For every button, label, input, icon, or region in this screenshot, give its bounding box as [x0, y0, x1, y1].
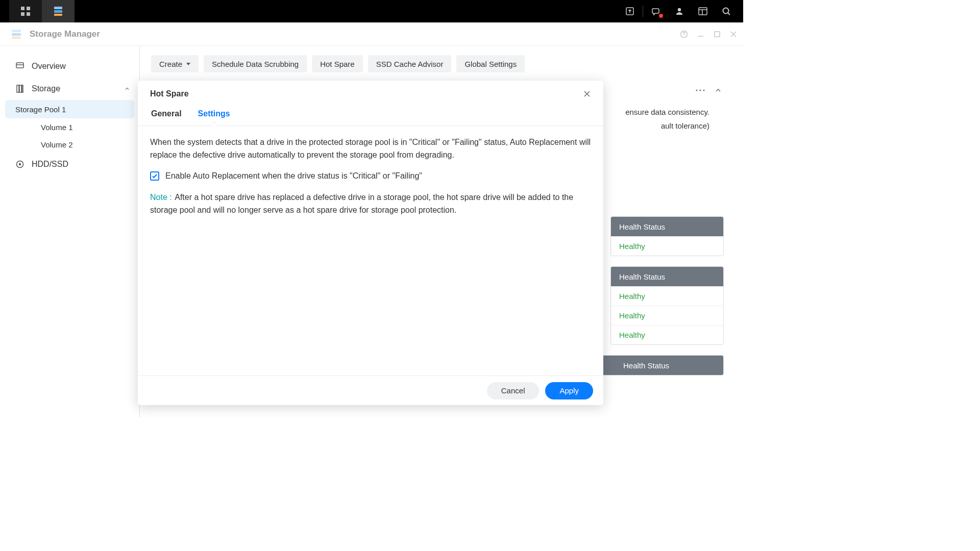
svg-line-13 — [728, 13, 730, 15]
sidebar: Overview Storage Storage Pool 1 Volume 1… — [0, 46, 140, 418]
sidebar-label: Volume 1 — [41, 123, 73, 132]
cancel-button[interactable]: Cancel — [487, 382, 540, 399]
svg-point-8 — [678, 8, 681, 11]
sidebar-label: HDD/SSD — [32, 160, 68, 169]
hot-spare-button[interactable]: Hot Spare — [312, 55, 363, 72]
sidebar-item-storage[interactable]: Storage — [0, 78, 139, 100]
svg-rect-14 — [12, 30, 21, 32]
ssd-cache-advisor-button[interactable]: SSD Cache Advisor — [368, 55, 452, 72]
overview-icon — [15, 62, 24, 71]
sidebar-item-storage-pool-1[interactable]: Storage Pool 1 — [5, 100, 134, 118]
button-label: Create — [159, 60, 182, 68]
modal-tabs: General Settings — [138, 107, 603, 126]
drive-table-2: Health Status Healthy Healthy Healthy — [610, 266, 724, 345]
taskbar-user-icon[interactable] — [668, 0, 691, 22]
tab-settings[interactable]: Settings — [197, 107, 231, 126]
sidebar-label: Storage — [32, 84, 60, 93]
checkbox-label: Enable Auto Replacement when the drive s… — [165, 170, 422, 183]
cell-health: Healthy — [611, 292, 723, 300]
cell-health: Healthy — [611, 311, 723, 320]
svg-point-31 — [703, 89, 704, 91]
taskbar-search-icon[interactable] — [715, 0, 738, 22]
notification-badge — [659, 14, 663, 18]
window-titlebar: Storage Manager — [0, 22, 743, 46]
th-health: Health Status — [611, 272, 723, 281]
svg-rect-26 — [22, 85, 23, 92]
svg-rect-15 — [12, 33, 21, 36]
disk-icon — [15, 160, 24, 169]
svg-rect-19 — [715, 32, 720, 37]
note-text: After a hot spare drive has replaced a d… — [150, 193, 573, 214]
sidebar-label: Volume 2 — [41, 140, 73, 149]
svg-rect-3 — [27, 12, 30, 16]
content-toolbar: Create Schedule Data Scrubbing Hot Spare… — [151, 55, 730, 72]
taskbar-spacer — [0, 0, 9, 22]
search-icon — [721, 6, 731, 16]
taskbar-upload-icon[interactable] — [618, 0, 642, 22]
close-icon — [583, 90, 591, 98]
svg-point-29 — [696, 89, 697, 91]
system-taskbar — [0, 0, 743, 22]
svg-point-30 — [699, 89, 701, 91]
auto-replacement-checkbox[interactable] — [150, 171, 159, 181]
svg-point-28 — [19, 164, 21, 165]
sidebar-item-hdd-ssd[interactable]: HDD/SSD — [0, 153, 139, 176]
cell-health: Healthy — [611, 331, 723, 339]
th-health: Health Status — [615, 361, 723, 370]
tab-general[interactable]: General — [150, 107, 183, 126]
help-icon[interactable] — [680, 30, 688, 38]
minimize-icon[interactable] — [697, 31, 704, 38]
svg-rect-6 — [54, 14, 62, 16]
modal-note: Note : After a hot spare drive has repla… — [150, 191, 591, 217]
svg-rect-0 — [21, 7, 24, 10]
modal-description: When the system detects that a drive in … — [150, 136, 591, 162]
taskbar-launcher[interactable] — [9, 0, 42, 22]
sidebar-label: Overview — [32, 62, 66, 71]
cell-health: Healthy — [611, 242, 723, 251]
grid-icon — [20, 6, 31, 16]
note-label: Note : — [150, 193, 172, 202]
create-button[interactable]: Create — [151, 55, 199, 72]
taskbar-widgets-icon[interactable] — [691, 0, 715, 22]
chevron-up-icon[interactable] — [715, 87, 722, 94]
chevron-up-icon — [124, 86, 130, 92]
window-title: Storage Manager — [30, 29, 100, 39]
close-icon[interactable] — [730, 31, 737, 38]
hot-spare-modal: Hot Spare General Settings When the syst… — [138, 81, 603, 405]
taskbar-divider — [643, 6, 643, 17]
global-settings-button[interactable]: Global Settings — [456, 55, 525, 72]
apply-button[interactable]: Apply — [545, 382, 593, 399]
app-icon — [10, 28, 22, 40]
check-icon — [152, 173, 158, 179]
sidebar-item-overview[interactable]: Overview — [0, 55, 139, 78]
modal-title: Hot Spare — [150, 89, 189, 98]
svg-rect-1 — [27, 7, 30, 10]
maximize-icon[interactable] — [714, 31, 721, 38]
svg-point-12 — [723, 8, 729, 14]
schedule-scrubbing-button[interactable]: Schedule Data Scrubbing — [204, 55, 307, 72]
svg-rect-24 — [17, 85, 19, 92]
th-health: Health Status — [611, 222, 723, 231]
sidebar-item-volume-1[interactable]: Volume 1 — [0, 118, 139, 136]
svg-rect-25 — [19, 85, 21, 92]
taskbar-app-storage-manager[interactable] — [42, 0, 75, 22]
drive-table-1: Health Status Healthy — [610, 216, 724, 256]
svg-rect-5 — [54, 10, 62, 13]
window-controls — [680, 30, 737, 38]
svg-rect-2 — [21, 12, 24, 16]
storage-manager-icon — [53, 6, 64, 17]
svg-rect-22 — [16, 63, 23, 68]
upload-icon — [625, 6, 635, 16]
modal-close-button[interactable] — [583, 90, 591, 98]
svg-rect-16 — [12, 37, 21, 39]
more-icon[interactable] — [695, 89, 705, 92]
storage-icon — [15, 84, 24, 93]
user-icon — [674, 6, 684, 16]
taskbar-chat-icon[interactable] — [644, 0, 668, 22]
svg-rect-9 — [699, 8, 707, 15]
sidebar-item-volume-2[interactable]: Volume 2 — [0, 136, 139, 153]
sidebar-label: Storage Pool 1 — [15, 105, 66, 114]
svg-rect-4 — [54, 7, 62, 9]
dashboard-icon — [698, 6, 708, 16]
